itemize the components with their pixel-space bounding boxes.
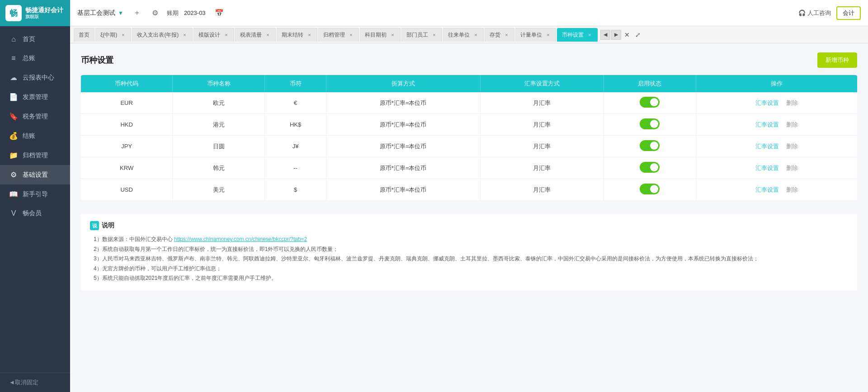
period-label: 账期	[167, 9, 179, 17]
tab-币种设置[interactable]: 币种设置×	[557, 28, 598, 42]
cell-0-2: €	[265, 92, 326, 114]
cell-1-3: 原币*汇率=本位币	[326, 114, 480, 136]
col-header-2: 币符	[265, 75, 326, 92]
tab-首页[interactable]: 首页	[74, 28, 94, 42]
tab-存货[interactable]: 存货×	[485, 28, 514, 42]
toggle-2[interactable]	[640, 140, 660, 151]
tab-close-12[interactable]: ×	[586, 32, 593, 38]
tab-close-5[interactable]: ×	[306, 32, 312, 38]
cell-0-3: 原币*汇率=本位币	[326, 92, 480, 114]
delete-link-1[interactable]: 删除	[786, 121, 798, 128]
tab-收入支出表(年报)[interactable]: 收入支出表(年报)×	[132, 28, 193, 42]
sidebar-item-云报表中心[interactable]: ☁云报表中心	[0, 68, 70, 87]
tab-close-11[interactable]: ×	[545, 32, 551, 38]
delete-link-3[interactable]: 删除	[786, 165, 798, 171]
rate-link-4[interactable]: 汇率设置	[755, 186, 779, 193]
cell-1-2: HK$	[265, 114, 326, 136]
col-header-6: 操作	[696, 75, 857, 92]
tab-close-8[interactable]: ×	[431, 32, 437, 38]
app-title: 畅捷通好会计	[25, 6, 63, 14]
settings-icon[interactable]: ⚙	[149, 7, 161, 19]
sidebar-item-基础设置[interactable]: ⚙基础设置	[0, 165, 70, 184]
toggle-4[interactable]	[640, 184, 660, 194]
delete-link-4[interactable]: 删除	[786, 186, 798, 193]
tab-label-2: 收入支出表(年报)	[137, 31, 179, 39]
tab-ξ(中期)[interactable]: ξ(中期)×	[95, 28, 131, 42]
nav-label-6: 归档管理	[23, 151, 48, 160]
rate-link-2[interactable]: 汇率设置	[755, 143, 779, 150]
topbar: 基层工会测试 ▼ ＋ ⚙ 账期 2023-03 📅 🎧 人工咨询 会计	[70, 0, 868, 26]
nav-icon-9: V	[9, 209, 18, 217]
new-currency-button[interactable]: 新增币种	[817, 52, 857, 68]
company-dropdown-icon[interactable]: ▼	[118, 10, 123, 16]
tab-close-9[interactable]: ×	[472, 32, 479, 38]
company-name: 基层工会测试	[77, 9, 115, 17]
rate-link-3[interactable]: 汇率设置	[755, 165, 779, 171]
account-button[interactable]: 会计	[836, 6, 861, 20]
tab-税表清册[interactable]: 税表清册×	[235, 28, 276, 42]
tab-close-3[interactable]: ×	[223, 32, 229, 38]
nav-icon-7: ⚙	[9, 170, 18, 179]
sidebar-item-畅会员[interactable]: V畅会员	[0, 204, 70, 223]
tab-模版设计[interactable]: 模版设计×	[193, 28, 234, 42]
toggle-1[interactable]	[640, 118, 660, 129]
tab-close-all-button[interactable]: ✕	[622, 30, 632, 40]
nav-icon-0: ⌂	[9, 35, 18, 43]
rate-link-1[interactable]: 汇率设置	[755, 121, 779, 128]
cell-1-1: 港元	[173, 114, 265, 136]
delete-link-0[interactable]: 删除	[786, 99, 798, 106]
sidebar: 畅 畅捷通好会计 旗舰版 ⌂首页≡总账☁云报表中心📄发票管理🔖税务管理💰结账📁归…	[0, 0, 70, 392]
tab-往来单位[interactable]: 往来单位×	[443, 28, 484, 42]
toggle-0[interactable]	[640, 97, 660, 108]
sidebar-item-归档管理[interactable]: 📁归档管理	[0, 146, 70, 165]
toggle-3[interactable]	[640, 162, 660, 173]
nav-icon-4: 🔖	[9, 112, 18, 121]
help-button[interactable]: 🎧 人工咨询	[798, 9, 831, 17]
sidebar-item-新手引导[interactable]: 📖新手引导	[0, 184, 70, 204]
notice-list: 1）数据来源：中国外汇交易中心 https://www.chinamoney.c…	[90, 235, 848, 283]
sidebar-item-首页[interactable]: ⌂首页	[0, 30, 70, 49]
rate-link-0[interactable]: 汇率设置	[755, 99, 779, 106]
notice-section: 说 说明 1）数据来源：中国外汇交易中心 https://www.chinamo…	[81, 214, 857, 291]
tab-期末结转[interactable]: 期末结转×	[277, 28, 317, 42]
nav-label-0: 首页	[23, 35, 35, 43]
tab-close-10[interactable]: ×	[503, 32, 509, 38]
notice-link[interactable]: https://www.chinamoney.com.cn/chinese/bk…	[174, 236, 307, 242]
tab-next-button[interactable]: ▶	[611, 30, 621, 40]
tab-close-7[interactable]: ×	[389, 32, 396, 38]
tab-close-2[interactable]: ×	[181, 32, 188, 38]
tab-close-4[interactable]: ×	[264, 32, 271, 38]
table-row-1: HKD港元HK$原币*汇率=本位币月汇率汇率设置删除	[81, 114, 857, 136]
calendar-icon[interactable]: 📅	[213, 7, 226, 19]
tab-计量单位[interactable]: 计量单位×	[515, 28, 556, 42]
sidebar-item-总账[interactable]: ≡总账	[0, 49, 70, 68]
cell-3-4: 月汇率	[480, 157, 604, 179]
company-selector[interactable]: 基层工会测试 ▼	[77, 9, 123, 17]
sidebar-item-发票管理[interactable]: 📄发票管理	[0, 87, 70, 107]
cell-0-1: 欧元	[173, 92, 265, 114]
tab-科目期初[interactable]: 科目期初×	[360, 28, 401, 42]
currency-table: 币种代码币种名称币符折算方式汇率设置方式启用状态操作 EUR欧元€原币*汇率=本…	[81, 75, 857, 200]
notice-item-4: 5）系统只能自动抓取2021年度后的汇率，之前年度汇率需要用户手工维护。	[90, 274, 848, 283]
cell-0-0: EUR	[81, 92, 173, 114]
notice-item-1: 2）系统自动获取每月第一个工作日的汇率标价，统一为直接标价法，即1外币可以兑换的…	[90, 245, 848, 255]
cell-0-actions: 汇率设置删除	[696, 92, 857, 114]
tab-close-1[interactable]: ×	[120, 32, 126, 38]
tab-close-6[interactable]: ×	[348, 32, 354, 38]
sidebar-item-税务管理[interactable]: 🔖税务管理	[0, 107, 70, 126]
nav-label-1: 总账	[23, 54, 35, 62]
tab-label-10: 存货	[490, 31, 500, 39]
page-header: 币种设置 新增币种	[81, 52, 857, 68]
nav-label-4: 税务管理	[23, 113, 48, 121]
tab-expand-button[interactable]: ⤢	[633, 30, 643, 40]
nav-label-3: 发票管理	[23, 93, 48, 101]
delete-link-2[interactable]: 删除	[786, 143, 798, 150]
cell-3-actions: 汇率设置删除	[696, 157, 857, 179]
tabbar-nav: ◀ ▶ ✕ ⤢	[600, 30, 643, 40]
sidebar-footer-pin[interactable]: ◄取消固定	[0, 373, 70, 392]
sidebar-item-结账[interactable]: 💰结账	[0, 126, 70, 146]
tab-prev-button[interactable]: ◀	[600, 30, 610, 40]
add-tab-button[interactable]: ＋	[131, 7, 143, 19]
tab-归档管理[interactable]: 归档管理×	[318, 28, 359, 42]
tab-部门员工[interactable]: 部门员工×	[401, 28, 442, 42]
